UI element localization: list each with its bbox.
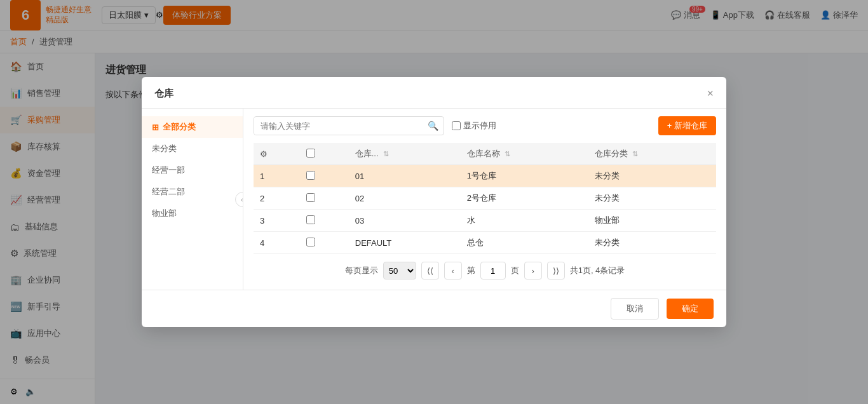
category-item-property[interactable]: 物业部 xyxy=(142,203,243,224)
table-row[interactable]: 1 01 1号仓库 未分类 xyxy=(254,165,716,187)
sort-name-icon: ⇅ xyxy=(505,150,510,158)
warehouse-modal: 仓库 × ⊞ 全部分类 未分类 经营一部 经营二部 物业部 « xyxy=(142,77,726,327)
page-size-select[interactable]: 50 10 20 100 xyxy=(383,262,416,279)
row-name: 1号仓库 xyxy=(461,165,588,187)
table-row[interactable]: 2 02 2号仓库 未分类 xyxy=(254,187,716,210)
modal-overlay[interactable]: 仓库 × ⊞ 全部分类 未分类 经营一部 经营二部 物业部 « xyxy=(0,0,868,404)
row-code: DEFAULT xyxy=(349,232,461,254)
warehouse-table: ⚙ 仓库... ⇅ 仓库名称 ⇅ xyxy=(254,143,716,254)
row-code: 02 xyxy=(349,187,461,210)
table-panel: 🔍 显示停用 + 新增仓库 ⚙ xyxy=(243,109,726,290)
row-index: 4 xyxy=(254,232,300,254)
category-all[interactable]: ⊞ 全部分类 xyxy=(142,116,243,138)
category-item-dept2[interactable]: 经营二部 xyxy=(142,181,243,203)
row-index: 3 xyxy=(254,210,300,232)
category-all-icon: ⊞ xyxy=(152,123,159,132)
category-item-unclassified[interactable]: 未分类 xyxy=(142,138,243,159)
confirm-button[interactable]: 确定 xyxy=(667,299,714,319)
modal-header: 仓库 × xyxy=(142,77,726,109)
search-button[interactable]: 🔍 xyxy=(423,117,444,135)
row-checkbox[interactable] xyxy=(300,187,349,210)
row-index: 1 xyxy=(254,165,300,187)
modal-footer: 取消 确定 xyxy=(142,290,726,327)
first-page-button[interactable]: ⟨⟨ xyxy=(421,262,439,279)
col-name[interactable]: 仓库名称 ⇅ xyxy=(461,143,588,165)
row-checkbox[interactable] xyxy=(300,232,349,254)
page-number-input[interactable] xyxy=(480,262,506,279)
search-box: 🔍 xyxy=(254,116,444,135)
row-name: 总仓 xyxy=(461,232,588,254)
row-category: 未分类 xyxy=(588,187,716,210)
table-row[interactable]: 3 03 水 物业部 xyxy=(254,210,716,232)
category-panel: ⊞ 全部分类 未分类 经营一部 经营二部 物业部 « xyxy=(142,109,243,290)
add-warehouse-button[interactable]: + 新增仓库 xyxy=(658,116,716,135)
table-row[interactable]: 4 DEFAULT 总仓 未分类 xyxy=(254,232,716,254)
select-all-checkbox[interactable] xyxy=(306,149,315,158)
row-checkbox[interactable] xyxy=(300,210,349,232)
col-checkbox xyxy=(300,143,349,165)
modal-body: ⊞ 全部分类 未分类 经营一部 经营二部 物业部 « 🔍 xyxy=(142,109,726,290)
pagination: 每页显示 50 10 20 100 ⟨⟨ ‹ 第 页 › ⟩⟩ 共1页, 4条记… xyxy=(254,254,716,282)
row-code: 03 xyxy=(349,210,461,232)
row-code: 01 xyxy=(349,165,461,187)
row-name: 水 xyxy=(461,210,588,232)
sort-code-icon: ⇅ xyxy=(383,150,389,158)
cancel-button[interactable]: 取消 xyxy=(611,298,659,320)
row-category: 未分类 xyxy=(588,232,716,254)
row-index: 2 xyxy=(254,187,300,210)
row-name: 2号仓库 xyxy=(461,187,588,210)
next-page-button[interactable]: › xyxy=(524,262,542,279)
row-category: 物业部 xyxy=(588,210,716,232)
show-disabled-checkbox[interactable] xyxy=(452,121,461,130)
prev-page-button[interactable]: ‹ xyxy=(444,262,462,279)
sort-category-icon: ⇅ xyxy=(632,150,638,158)
modal-close-button[interactable]: × xyxy=(707,87,714,100)
col-category[interactable]: 仓库分类 ⇅ xyxy=(588,143,716,165)
col-code[interactable]: 仓库... ⇅ xyxy=(349,143,461,165)
search-input[interactable] xyxy=(254,118,423,135)
modal-title: 仓库 xyxy=(154,88,173,100)
show-disabled-label[interactable]: 显示停用 xyxy=(452,120,496,131)
last-page-button[interactable]: ⟩⟩ xyxy=(547,262,565,279)
table-toolbar: 🔍 显示停用 + 新增仓库 xyxy=(254,116,716,135)
col-settings: ⚙ xyxy=(254,143,300,165)
category-item-dept1[interactable]: 经营一部 xyxy=(142,159,243,181)
row-checkbox[interactable] xyxy=(300,165,349,187)
row-category: 未分类 xyxy=(588,165,716,187)
